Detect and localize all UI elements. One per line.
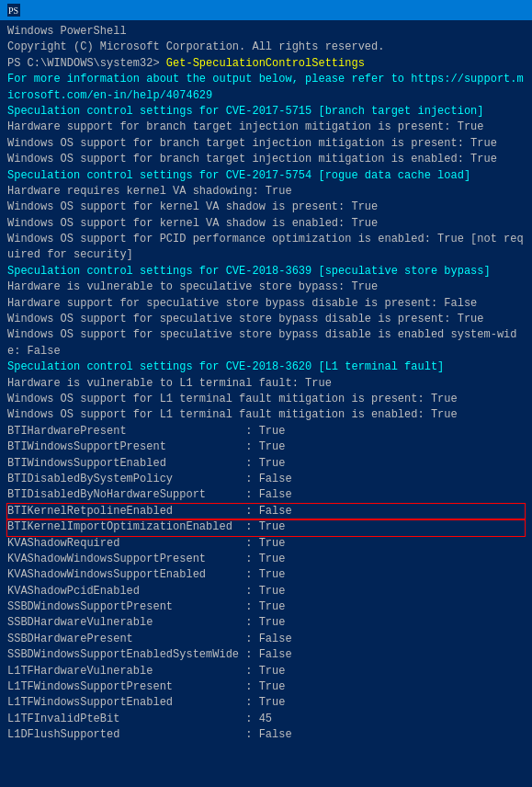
- svg-text:PS: PS: [8, 6, 18, 16]
- info-link-line: For more information about the output be…: [7, 72, 525, 104]
- console-line: L1TFInvalidPteBit : 45: [7, 712, 525, 727]
- console-line: KVAShadowWindowsSupportPresent : True: [7, 552, 525, 567]
- console-line: BTIHardwarePresent : True: [7, 424, 525, 439]
- console-line: L1DFlushSupported : False: [7, 727, 525, 743]
- maximize-button[interactable]: [440, 0, 482, 20]
- console-line: Windows OS support for L1 terminal fault…: [7, 407, 525, 423]
- console-line: KVAShadowRequired : True: [7, 536, 525, 552]
- console-line: SSBDWindowsSupportEnabledSystemWide : Fa…: [7, 647, 525, 663]
- section-header: Speculation control settings for CVE-201…: [7, 264, 525, 279]
- console-line: Windows OS support for speculative store…: [7, 327, 525, 359]
- console-line: Windows OS support for kernel VA shadow …: [7, 200, 525, 215]
- console-line: KVAShadowPcidEnabled : True: [7, 584, 525, 599]
- highlighted-line: BTIKernelImportOptimizationEnabled : Tru…: [7, 519, 525, 535]
- console-line: Windows OS support for branch target inj…: [7, 152, 525, 167]
- console-line: Windows OS support for speculative store…: [7, 312, 525, 327]
- section-header: Speculation control settings for CVE-201…: [7, 168, 525, 184]
- console-line: Windows OS support for L1 terminal fault…: [7, 392, 525, 407]
- title-bar: PS: [0, 0, 532, 20]
- console-line: Hardware support for speculative store b…: [7, 296, 525, 312]
- console-line: BTIWindowsSupportPresent : True: [7, 439, 525, 455]
- console-line: Windows OS support for PCID performance …: [7, 232, 525, 264]
- powershell-icon: PS: [7, 4, 20, 17]
- console-line: Hardware support for branch target injec…: [7, 120, 525, 135]
- console-line: SSBDHardwarePresent : False: [7, 632, 525, 647]
- console-line: Hardware is vulnerable to L1 terminal fa…: [7, 376, 525, 392]
- console-line: BTIWindowsSupportEnabled : True: [7, 456, 525, 472]
- window-controls: [398, 0, 525, 20]
- console-line: SSBDWindowsSupportPresent : True: [7, 599, 525, 615]
- section-header: Speculation control settings for CVE-201…: [7, 359, 525, 375]
- console-line: SSBDHardwareVulnerable : True: [7, 615, 525, 631]
- powershell-command: Get-SpeculationControlSettings: [166, 57, 365, 70]
- window-frame: PS Windows PowerShellCopyright (C) Micro…: [0, 0, 532, 787]
- console-line: Hardware requires kernel VA shadowing: T…: [7, 184, 525, 200]
- prompt-line: PS C:\WINDOWS\system32> Get-SpeculationC…: [7, 56, 525, 72]
- highlighted-line: BTIKernelRetpolineEnabled : False: [7, 504, 525, 519]
- console-line: BTIDisabledBySystemPolicy : False: [7, 472, 525, 487]
- console-line: L1TFWindowsSupportEnabled : True: [7, 695, 525, 711]
- console-line: Hardware is vulnerable to speculative st…: [7, 279, 525, 295]
- console-line: L1TFHardwareVulnerable : True: [7, 664, 525, 679]
- minimize-button[interactable]: [398, 0, 440, 20]
- console-line: Windows OS support for kernel VA shadow …: [7, 216, 525, 232]
- console-output: Windows PowerShellCopyright (C) Microsof…: [0, 20, 532, 787]
- close-button[interactable]: [482, 0, 525, 20]
- console-line: Copyright (C) Microsoft Corporation. All…: [7, 40, 525, 55]
- console-line: Windows PowerShell: [7, 24, 525, 40]
- console-line: L1TFWindowsSupportPresent : True: [7, 679, 525, 695]
- console-line: Windows OS support for branch target inj…: [7, 136, 525, 152]
- console-line: BTIDisabledByNoHardwareSupport : False: [7, 487, 525, 503]
- section-header: Speculation control settings for CVE-201…: [7, 104, 525, 120]
- console-line: KVAShadowWindowsSupportEnabled : True: [7, 567, 525, 583]
